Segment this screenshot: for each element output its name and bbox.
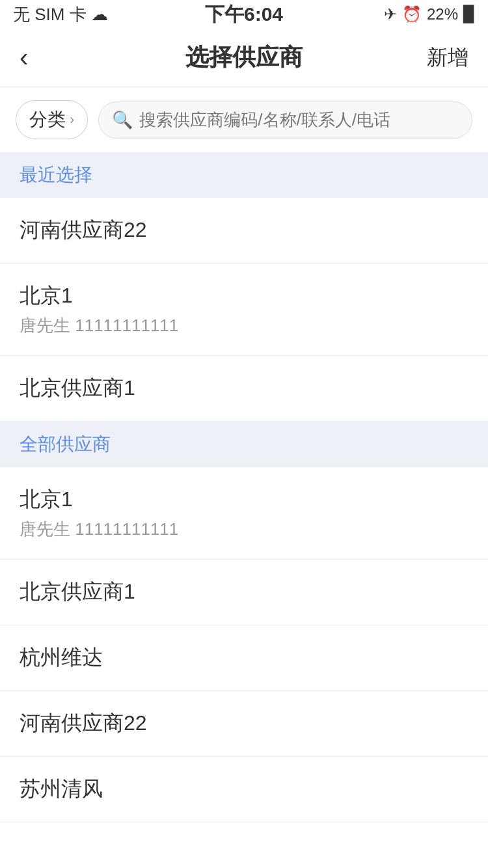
list-item[interactable]: 北京供应商1: [0, 560, 488, 625]
status-right: ✈ ⏰ 22% ▉: [384, 5, 475, 23]
section-header-recent: 最近选择: [0, 152, 488, 198]
item-name: 杭州维达: [20, 644, 468, 672]
item-name: 北京1: [20, 485, 468, 514]
item-subtitle: 唐先生 11111111111: [20, 314, 468, 337]
suppliers-list: 最近选择河南供应商22北京1唐先生 11111111111北京供应商1全部供应商…: [0, 152, 488, 822]
category-filter-button[interactable]: 分类 ›: [16, 100, 88, 139]
add-button[interactable]: 新增: [427, 44, 468, 72]
item-name: 北京1: [20, 282, 468, 310]
search-input[interactable]: [139, 110, 459, 130]
item-name: 河南供应商22: [20, 709, 468, 738]
item-name: 北京供应商1: [20, 578, 468, 606]
back-button[interactable]: ‹: [20, 43, 59, 72]
filter-bar: 分类 › 🔍: [0, 87, 488, 152]
list-item[interactable]: 河南供应商22: [0, 691, 488, 757]
battery-level: 22%: [427, 5, 458, 23]
page-title: 选择供应商: [185, 42, 303, 74]
list-item[interactable]: 北京1唐先生 11111111111: [0, 467, 488, 560]
status-time: 下午6:04: [205, 1, 283, 28]
sim-status: 无 SIM 卡 ☁: [13, 3, 108, 26]
search-icon: 🔍: [112, 110, 133, 130]
item-name: 北京供应商1: [20, 374, 468, 403]
item-name: 河南供应商22: [20, 216, 468, 245]
status-bar: 无 SIM 卡 ☁ 下午6:04 ✈ ⏰ 22% ▉: [0, 0, 488, 29]
battery-icon: ▉: [463, 5, 475, 23]
status-left: 无 SIM 卡 ☁: [13, 3, 108, 26]
nav-bar: ‹ 选择供应商 新增: [0, 29, 488, 87]
list-item[interactable]: 河南供应商22: [0, 198, 488, 264]
category-chevron-icon: ›: [70, 111, 74, 128]
item-subtitle: 唐先生 11111111111: [20, 518, 468, 541]
list-item[interactable]: 北京1唐先生 11111111111: [0, 264, 488, 356]
list-item[interactable]: 杭州维达: [0, 625, 488, 691]
section-header-all: 全部供应商: [0, 422, 488, 467]
category-label: 分类: [29, 107, 66, 132]
location-icon: ✈: [384, 5, 397, 23]
alarm-icon: ⏰: [402, 5, 422, 23]
list-item[interactable]: 苏州清风: [0, 757, 488, 822]
search-box[interactable]: 🔍: [98, 102, 472, 139]
item-name: 苏州清风: [20, 775, 468, 804]
list-item[interactable]: 北京供应商1: [0, 356, 488, 422]
